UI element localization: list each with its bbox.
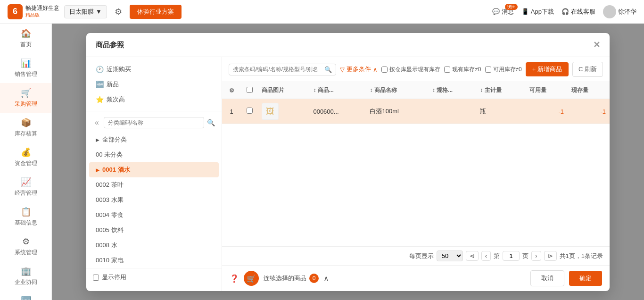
sidebar-item-collab[interactable]: 🏢 企业协同 xyxy=(0,261,51,291)
category-list: ▶ 全部分类 00 未分类 ▶ 0001 酒水 0002 茶 xyxy=(86,132,222,268)
warehouse-checkbox[interactable] xyxy=(381,67,388,73)
category-item-0[interactable]: 00 未分类 xyxy=(89,147,219,162)
col-code[interactable]: ↕ 商品... xyxy=(309,82,366,99)
collapse-left-btn[interactable]: « xyxy=(93,118,101,127)
show-disabled-row: 显示停用 xyxy=(86,268,222,286)
last-page-btn[interactable]: ⊳ xyxy=(544,251,557,261)
settings-icon[interactable]: ⚙ xyxy=(111,5,126,19)
category-label-1: 0001 酒水 xyxy=(102,166,130,174)
warehouse-checkbox-label[interactable]: 按仓库显示现有库存 xyxy=(381,66,440,74)
cancel-button[interactable]: 取消 xyxy=(530,270,564,286)
select-all-checkbox[interactable] xyxy=(247,87,253,93)
stock-nonzero-checkbox-label[interactable]: 现有库存≠0 xyxy=(444,66,481,74)
online-service-nav-item[interactable]: 🎧 在线客服 xyxy=(561,8,595,16)
sidebar-label-inventory: 库存核算 xyxy=(15,130,37,138)
category-label-3: 0003 水果 xyxy=(96,196,124,204)
page-input[interactable] xyxy=(503,251,520,261)
page-size-select[interactable]: 50 10 20 100 xyxy=(437,250,463,261)
messages-nav-item[interactable]: 💬 消息 99+ xyxy=(492,8,514,16)
sidebar-label-operations: 经营管理 xyxy=(15,189,37,197)
available-nonzero-text: 可用库存≠0 xyxy=(493,66,522,74)
system-icon: ⚙ xyxy=(22,236,30,247)
sidebar-item-finance[interactable]: 💰 资金管理 xyxy=(0,142,51,172)
prev-page-btn[interactable]: ‹ xyxy=(481,251,491,261)
collab-icon: 🏢 xyxy=(21,266,31,276)
category-item-2[interactable]: 0002 茶叶 xyxy=(89,177,219,192)
table-row[interactable]: 1 🖼 000600... 白酒100ml xyxy=(222,99,610,124)
sidebar-label-purchase: 采购管理 xyxy=(15,100,37,108)
col-checkbox xyxy=(241,82,258,99)
product-search-icon[interactable]: 🔍 xyxy=(324,66,332,73)
product-search-input-wrap: 🔍 xyxy=(229,64,336,75)
guide-icon: 🆕 xyxy=(21,296,31,300)
operations-icon: 📈 xyxy=(21,177,31,187)
table-head: ⚙ 商品图片 ↕ 商品... ↕ 商品名称 ↕ 规格... ↕ 主计量 可用量 xyxy=(222,82,610,99)
category-item-6[interactable]: 0008 水 xyxy=(89,238,219,253)
footer-collapse-icon[interactable]: ∧ xyxy=(323,274,329,283)
filter-button[interactable]: ▽ 更多条件 ∧ xyxy=(340,65,378,74)
sidebar-item-purchase[interactable]: 🛒 采购管理 xyxy=(0,83,51,113)
page-word-2: 页 xyxy=(522,252,528,260)
sidebar-item-home[interactable]: 🏠 首页 xyxy=(0,24,51,53)
category-item-4[interactable]: 0004 零食 xyxy=(89,208,219,223)
modal-footer: ❓ 🛒 连续选择的商品 0 ∧ 取消 确定 xyxy=(222,265,610,291)
quick-link-new-label: 新品 xyxy=(107,80,119,89)
col-settings[interactable]: ⚙ xyxy=(222,82,241,99)
sidebar-item-inventory[interactable]: 📦 库存核算 xyxy=(0,113,51,142)
modal-left-panel: 🕐 近期购买 🆕 新品 ⭐ 频次高 xyxy=(86,57,222,291)
quick-link-frequent[interactable]: ⭐ 频次高 xyxy=(91,92,217,107)
sidebar-label-system: 系统管理 xyxy=(15,249,37,257)
nav-right: 💬 消息 99+ 📱 App下载 🎧 在线客服 徐泽华 xyxy=(492,5,636,18)
sidebar-item-basic-info[interactable]: 📋 基础信息 xyxy=(0,202,51,232)
sidebar-item-system[interactable]: ⚙ 系统管理 xyxy=(0,232,51,261)
category-search-input[interactable] xyxy=(104,117,204,128)
category-item-3[interactable]: 0003 水果 xyxy=(89,192,219,208)
store-selector[interactable]: 日太阳膜 ▼ xyxy=(64,5,107,18)
logo-text: 畅捷通好生意 xyxy=(25,5,59,12)
user-name: 徐泽华 xyxy=(618,8,636,16)
footer-actions: 取消 确定 xyxy=(530,270,602,286)
row-checkbox[interactable] xyxy=(247,108,253,114)
first-page-btn[interactable]: ⊲ xyxy=(466,251,479,261)
add-product-button[interactable]: + 新增商品 xyxy=(526,62,569,76)
available-nonzero-checkbox[interactable] xyxy=(485,67,491,73)
cell-name: 白酒100ml xyxy=(366,99,428,124)
category-item-1[interactable]: ▶ 0001 酒水 xyxy=(89,162,219,177)
cart-button[interactable]: 🛒 xyxy=(244,271,259,286)
col-available: 可用量 xyxy=(526,82,568,99)
category-label-5: 0005 饮料 xyxy=(96,226,124,234)
product-search-input[interactable] xyxy=(233,66,322,73)
confirm-button[interactable]: 确定 xyxy=(569,271,602,286)
col-name[interactable]: ↕ 商品名称 xyxy=(366,82,428,99)
app-icon: 📱 xyxy=(521,8,529,15)
available-nonzero-checkbox-label[interactable]: 可用库存≠0 xyxy=(485,66,522,74)
next-page-btn[interactable]: › xyxy=(531,251,541,261)
quick-link-new[interactable]: 🆕 新品 xyxy=(91,77,217,92)
sidebar-item-sales[interactable]: 📊 销售管理 xyxy=(0,53,51,83)
modal-header: 商品参照 ✕ xyxy=(86,33,610,57)
sidebar-item-guide[interactable]: 🆕 新手引导 xyxy=(0,291,51,300)
category-item-7[interactable]: 0010 家电 xyxy=(89,253,219,268)
category-item-5[interactable]: 0005 饮料 xyxy=(89,223,219,238)
app-download-nav-item[interactable]: 📱 App下载 xyxy=(521,8,554,16)
category-item-all[interactable]: ▶ 全部分类 xyxy=(89,132,219,147)
stock-nonzero-checkbox[interactable] xyxy=(444,67,450,73)
modal-close-button[interactable]: ✕ xyxy=(593,40,600,50)
user-nav-item[interactable]: 徐泽华 xyxy=(603,5,636,18)
product-table: ⚙ 商品图片 ↕ 商品... ↕ 商品名称 ↕ 规格... ↕ 主计量 可用量 xyxy=(222,82,610,124)
category-search-icon[interactable]: 🔍 xyxy=(207,119,215,126)
show-disabled-label: 显示停用 xyxy=(102,273,126,282)
show-disabled-checkbox[interactable] xyxy=(93,275,99,281)
modal-title: 商品参照 xyxy=(96,41,124,50)
continuous-label: 连续选择的商品 xyxy=(264,274,306,283)
col-unit[interactable]: ↕ 主计量 xyxy=(476,82,526,99)
sidebar-item-operations[interactable]: 📈 经营管理 xyxy=(0,172,51,202)
help-icon[interactable]: ❓ xyxy=(230,274,239,283)
trial-button[interactable]: 体验行业方案 xyxy=(130,5,182,19)
online-service-label: 在线客服 xyxy=(571,8,595,16)
logo-icon: 6 xyxy=(8,4,23,19)
quick-link-recent[interactable]: 🕐 近期购买 xyxy=(91,62,217,77)
col-spec[interactable]: ↕ 规格... xyxy=(429,82,476,99)
refresh-button[interactable]: C 刷新 xyxy=(572,62,603,77)
modal-right-panel: 🔍 ▽ 更多条件 ∧ 按仓库显示现有库存 xyxy=(222,57,610,291)
